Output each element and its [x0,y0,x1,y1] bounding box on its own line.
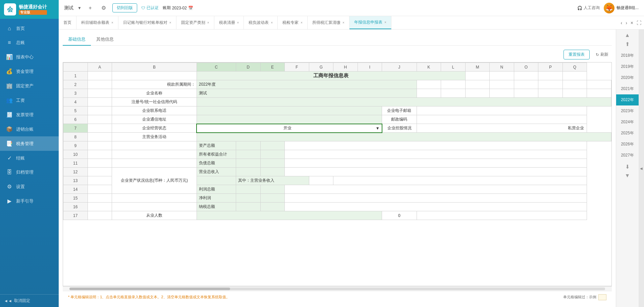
cell-9-c[interactable]: 资产总额 [197,141,236,150]
cell-1-o[interactable] [514,72,538,80]
year-nav-fast-up[interactable]: ⬆ [616,40,639,49]
sidebar-item-tax[interactable]: 📑 税务管理 [0,136,59,151]
cell-7-dropdown[interactable]: 开业 ▼ [197,124,382,133]
year-item[interactable]: 2022年 [616,94,639,105]
cell-6-c[interactable] [197,115,382,124]
cell-11-c[interactable]: 负债总额 [197,159,236,168]
cell-6-a[interactable] [88,115,112,124]
cell-4-a[interactable] [88,98,112,106]
fold-sidebar-button[interactable]: ◀ [639,30,644,307]
cell-1-n[interactable] [490,72,514,80]
cell-7-j[interactable]: 企业控股情况 [382,124,417,133]
cell-3-j[interactable] [417,89,441,98]
cell-13-h[interactable] [333,176,587,185]
cell-2-k[interactable] [441,80,466,89]
cell-12-f[interactable] [285,168,587,176]
tab-close-icon[interactable]: × [169,21,171,25]
year-item[interactable]: 2027年 [616,150,639,161]
cell-7-a[interactable] [88,124,112,133]
sidebar-item-settings[interactable]: ⚙ 设置 [0,179,59,194]
cell-7-b[interactable]: 企业经营状态 [112,124,197,133]
cell-4-c[interactable] [197,98,611,106]
cell-2-c[interactable]: 2022年度 [197,80,417,89]
sidebar-pin-btn[interactable]: ◄◄ 取消固定 [0,294,59,307]
cell-5-j[interactable]: 企业电子邮箱 [382,106,417,115]
cell-13-g[interactable] [309,176,333,185]
service-button[interactable]: 🎧 人工咨询 [577,5,600,11]
cell-9-a[interactable] [88,141,112,150]
spreadsheet-wrapper[interactable]: A B C D E F G H I J K L M [63,62,612,286]
cell-2-l[interactable] [465,80,490,89]
cell-3-o[interactable] [538,89,563,98]
cell-13-c[interactable] [197,176,236,185]
tab-close-all[interactable]: × [629,19,635,27]
year-nav-up[interactable]: ▲ [616,31,639,40]
cell-13-d[interactable]: 其中：主营业务收入 [236,176,309,185]
cell-2-j[interactable] [417,80,441,89]
sub-tab-basic[interactable]: 基础信息 [63,34,91,46]
cell-5-k[interactable] [417,106,587,115]
cell-10-f[interactable] [285,150,587,159]
cell-5-b[interactable]: 企业联系电话 [112,106,197,115]
cell-1-a[interactable] [88,72,112,80]
cell-10-c[interactable]: 所有者权益合计 [197,150,236,159]
tab-annual-report[interactable]: 年报信息申报表 × [350,16,391,29]
tab-close-icon[interactable]: × [207,21,209,25]
cell-3-p[interactable] [562,89,587,98]
sidebar-item-funds[interactable]: 💰 资金管理 [0,64,59,79]
cell-11-f[interactable] [285,159,587,168]
cell-2-m[interactable] [490,80,514,89]
tab-close-icon[interactable]: × [271,21,273,25]
sidebar-item-ledger[interactable]: ≡ 总账 [0,36,59,50]
cell-17-k[interactable] [417,211,587,220]
cell-6-k[interactable] [417,115,587,124]
cell-9-f[interactable] [285,141,587,150]
cell-15-a[interactable] [88,194,112,203]
cell-16-a[interactable] [88,203,112,211]
cell-15-c[interactable]: 净利润 [197,194,236,203]
cell-12-e[interactable] [260,168,285,176]
cell-15-f[interactable] [285,194,587,203]
cell-11-b[interactable] [112,159,197,168]
cell-10-b[interactable] [112,150,197,159]
tab-fixed-assets[interactable]: 固定资产类别 × [176,16,214,29]
add-button[interactable]: + [86,3,95,13]
sidebar-item-settlement[interactable]: ✓ 结账 [0,151,59,165]
cell-2-p[interactable] [562,80,587,89]
cell-1-q[interactable] [562,72,587,80]
tab-tax-fluctuation[interactable]: 税负波动表 × [244,16,278,29]
cell-7-k[interactable]: 私营企业 [417,124,587,133]
cell-3-b[interactable]: 企业名称 [112,89,197,98]
tab-close-icon[interactable]: × [301,21,303,25]
sidebar-item-guide[interactable]: ▶ 新手引导 [0,194,59,208]
cell-17-b[interactable]: 从业人数 [112,211,197,220]
cell-9-d[interactable] [236,141,261,150]
sidebar-item-reports[interactable]: 📊 报表中心 [0,50,59,64]
cell-3-a[interactable] [88,89,112,98]
cell-16-c[interactable]: 纳税总额 [197,203,236,211]
company-dropdown-icon[interactable]: ▼ [77,6,82,10]
cell-14-e[interactable] [260,185,285,194]
cell-8-c[interactable] [197,133,611,141]
cell-1-title[interactable]: 工商年报信息表 [197,72,465,80]
year-nav-down[interactable]: ▼ [616,171,639,180]
cell-2-a[interactable] [88,80,112,89]
tab-close-icon[interactable]: × [384,20,386,24]
cell-14-f[interactable] [285,185,587,194]
cell-2-n[interactable] [514,80,538,89]
tab-close-icon[interactable]: × [111,21,113,25]
cell-14-a[interactable] [88,185,112,194]
cell-14-d[interactable] [236,185,261,194]
cell-3-c[interactable]: 测试 [197,89,417,98]
cell-1-m[interactable] [465,72,490,80]
year-item[interactable]: 2021年 [616,83,639,94]
cell-15-e[interactable] [260,194,285,203]
cell-4-b[interactable]: 注册号/统一社会信用代码 [112,98,197,106]
cell-16-d[interactable] [236,203,261,211]
cell-13-a[interactable] [88,176,112,185]
cell-10-a[interactable] [88,150,112,159]
cell-12-b[interactable]: 企业资产状况信息(币种：人民币万元) [112,168,197,194]
cell-3-k[interactable] [441,89,466,98]
year-item[interactable]: 2023年 [616,105,639,117]
cell-12-d[interactable] [236,168,261,176]
